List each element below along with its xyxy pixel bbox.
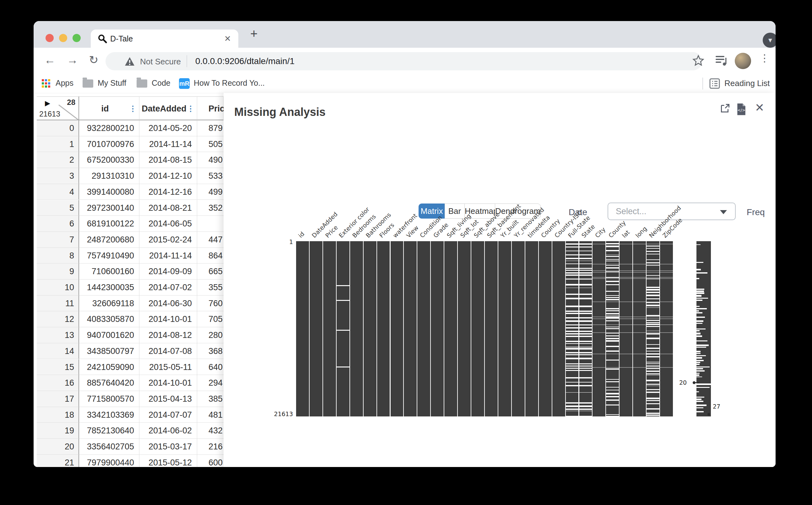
- code-export-icon[interactable]: </>: [736, 103, 747, 116]
- table-cell[interactable]: 3356402705: [79, 439, 140, 455]
- apps-grid-icon[interactable]: [42, 79, 50, 88]
- table-cell[interactable]: 385: [197, 391, 224, 407]
- table-cell[interactable]: 2014-10-01: [140, 375, 197, 391]
- table-cell[interactable]: 760: [197, 296, 224, 312]
- table-cell[interactable]: 3342103369: [79, 407, 140, 423]
- table-cell[interactable]: 2015-05-11: [140, 359, 197, 375]
- table-cell[interactable]: 3991400080: [79, 184, 140, 200]
- table-cell[interactable]: 2014-07-08: [140, 343, 197, 359]
- menu-kebab-icon[interactable]: ⋮: [760, 52, 770, 64]
- column-header-Price[interactable]: Price: [197, 97, 224, 120]
- bookmark-star-icon[interactable]: [692, 55, 704, 66]
- table-cell[interactable]: 432: [197, 423, 224, 439]
- table-cell[interactable]: 2014-11-14: [140, 248, 197, 264]
- table-cell[interactable]: 710600160: [79, 264, 140, 280]
- table-cell[interactable]: 505: [197, 136, 224, 152]
- forward-icon[interactable]: →: [67, 53, 78, 66]
- table-cell[interactable]: 2014-10-01: [140, 311, 197, 327]
- table-cell[interactable]: 2014-09-09: [140, 264, 197, 280]
- table-cell[interactable]: 2487200680: [79, 232, 140, 248]
- table-cell[interactable]: 2014-06-02: [140, 423, 197, 439]
- table-cell[interactable]: 2015-05-12: [140, 455, 197, 467]
- address-bar[interactable]: Not Secure 0.0.0.0:9206/dtale/main/1: [106, 52, 702, 70]
- table-cell[interactable]: 2014-08-15: [140, 152, 197, 168]
- profile-avatar[interactable]: [735, 53, 751, 69]
- traffic-light-minimize[interactable]: [59, 34, 67, 42]
- table-cell[interactable]: 1442300035: [79, 280, 140, 296]
- media-queue-icon[interactable]: [716, 55, 728, 66]
- table-cell[interactable]: 7852130640: [79, 423, 140, 439]
- table-cell[interactable]: 490: [197, 152, 224, 168]
- table-cell[interactable]: 355: [197, 280, 224, 296]
- matrix-column-Sqft_basement: [485, 241, 498, 416]
- close-icon[interactable]: ✕: [755, 101, 764, 114]
- table-cell[interactable]: 665: [197, 264, 224, 280]
- bookmark-how-to-record[interactable]: How To Record Yo...: [194, 78, 265, 88]
- table-cell[interactable]: 2015-04-13: [140, 391, 197, 407]
- table-cell[interactable]: 2015-03-17: [140, 439, 197, 455]
- new-tab-button[interactable]: +: [250, 27, 257, 41]
- table-cell[interactable]: 879: [197, 120, 224, 136]
- table-cell[interactable]: 352: [197, 200, 224, 216]
- table-cell[interactable]: 326069118: [79, 296, 140, 312]
- table-cell[interactable]: 291310310: [79, 168, 140, 184]
- table-cell[interactable]: 864: [197, 248, 224, 264]
- table-cell[interactable]: 7574910490: [79, 248, 140, 264]
- table-cell[interactable]: 8857640420: [79, 375, 140, 391]
- traffic-light-zoom[interactable]: [72, 34, 81, 42]
- tab-bar[interactable]: Bar: [445, 203, 465, 218]
- traffic-light-close[interactable]: [45, 34, 54, 42]
- reload-icon[interactable]: ↻: [89, 53, 98, 66]
- table-cell[interactable]: 7979900440: [79, 455, 140, 467]
- table-cell[interactable]: 7010700976: [79, 136, 140, 152]
- table-cell[interactable]: 368: [197, 343, 224, 359]
- tab-close-icon[interactable]: ✕: [224, 34, 231, 44]
- table-cell[interactable]: 3438500797: [79, 343, 140, 359]
- back-icon[interactable]: ←: [44, 53, 55, 66]
- table-cell[interactable]: 9322800210: [79, 120, 140, 136]
- table-cell[interactable]: 2014-07-07: [140, 407, 197, 423]
- url-text[interactable]: 0.0.0.0:9206/dtale/main/1: [195, 56, 294, 66]
- browser-tab[interactable]: D-Tale ✕: [91, 29, 238, 48]
- table-cell[interactable]: 294: [197, 375, 224, 391]
- table-cell[interactable]: 2014-11-14: [140, 136, 197, 152]
- table-cell[interactable]: 447: [197, 232, 224, 248]
- open-in-new-icon[interactable]: [719, 103, 730, 114]
- bookmark-code[interactable]: Code: [152, 78, 171, 88]
- table-cell[interactable]: 2421059090: [79, 359, 140, 375]
- table-cell[interactable]: 533: [197, 168, 224, 184]
- table-cell[interactable]: 216: [197, 439, 224, 455]
- table-cell[interactable]: 4083305870: [79, 311, 140, 327]
- table-cell[interactable]: 481: [197, 407, 224, 423]
- reading-list-label[interactable]: Reading List: [725, 78, 770, 88]
- table-cell[interactable]: 2014-08-12: [140, 327, 197, 343]
- table-cell[interactable]: 6819100122: [79, 216, 140, 232]
- table-cell[interactable]: 6752000330: [79, 152, 140, 168]
- table-cell[interactable]: 499: [197, 184, 224, 200]
- reading-list-icon[interactable]: [709, 78, 720, 89]
- table-cell[interactable]: [197, 216, 224, 232]
- table-cell[interactable]: 2014-06-30: [140, 296, 197, 312]
- table-cell[interactable]: 2972300140: [79, 200, 140, 216]
- table-cell[interactable]: 2015-02-24: [140, 232, 197, 248]
- column-header-DateAdded[interactable]: DateAdded⋮: [140, 97, 197, 120]
- column-header-id[interactable]: id⋮: [79, 97, 140, 120]
- table-cell[interactable]: 600: [197, 455, 224, 467]
- table-cell[interactable]: 2014-08-21: [140, 200, 197, 216]
- table-cell[interactable]: 7715800570: [79, 391, 140, 407]
- table-cell[interactable]: 2014-12-16: [140, 184, 197, 200]
- expand-grid-button[interactable]: ▶: [45, 99, 50, 108]
- table-cell[interactable]: 2014-05-20: [140, 120, 197, 136]
- column-menu-dots[interactable]: ⋮: [129, 97, 137, 121]
- tab-search-icon[interactable]: ▼: [763, 33, 776, 48]
- table-cell[interactable]: 2014-07-02: [140, 280, 197, 296]
- table-cell[interactable]: 2014-06-05: [140, 216, 197, 232]
- table-cell[interactable]: 2014-12-10: [140, 168, 197, 184]
- bookmark-apps[interactable]: Apps: [55, 78, 73, 88]
- column-menu-dots[interactable]: ⋮: [187, 97, 194, 121]
- table-cell[interactable]: 640: [197, 359, 224, 375]
- table-cell[interactable]: 705: [197, 311, 224, 327]
- table-cell[interactable]: 9407001620: [79, 327, 140, 343]
- table-cell[interactable]: 280: [197, 327, 224, 343]
- bookmark-my-stuff[interactable]: My Stuff: [97, 78, 126, 88]
